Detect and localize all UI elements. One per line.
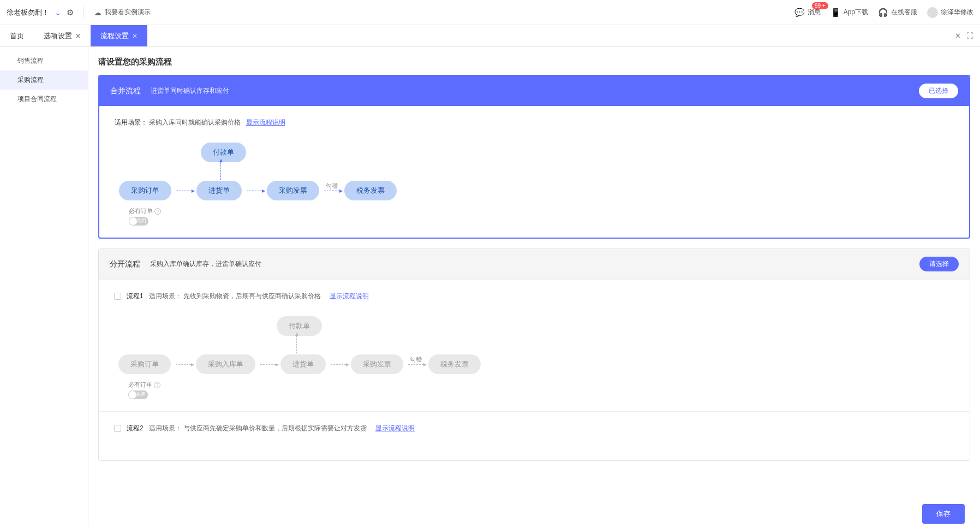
app-download-button[interactable]: 📱 App下载 [830,8,868,17]
headset-icon: 🎧 [878,8,888,17]
messages-button[interactable]: 💬 消息 99 + [794,8,821,17]
scenario-label: 适用场景： [149,424,182,432]
flow-body-merged: 适用场景： 采购入库同时就能确认采购价格 显示流程说明 付款单 [99,106,969,238]
node-order: 采购订单 [119,181,171,200]
org-name[interactable]: 徐老板勿删！ [7,8,49,17]
show-explain-link[interactable]: 显示流程说明 [375,424,415,433]
toggle-switch[interactable]: 关闭 [129,217,148,226]
sub-flow-head: 流程1 适用场景： 先收到采购物资，后期再与供应商确认采购价格 显示流程说明 [114,292,954,301]
toggle-switch[interactable]: 关闭 [128,390,148,399]
sub-scenario: 适用场景： 先收到采购物资，后期再与供应商确认采购价格 [149,292,321,301]
toggle-label-text: 必有订单 [128,381,152,389]
flow-diagram-merged: 付款单 采购订单 进货单 采购发票 勾稽 税务发票 [115,143,954,226]
flow-subtitle: 采购入库单确认库存，进货单确认应付 [150,259,261,269]
cloud-icon: ☁ [94,8,101,17]
toggle-state: 关闭 [136,217,146,224]
arrow-icon: 勾稽 [403,364,428,365]
node-row: 采购订单 采购入库单 进货单 采购发票 勾稽 税务发票 [118,354,954,374]
arrow-icon [242,191,267,191]
flow-title: 合并流程 [110,86,141,96]
tabbar-right: ✕ ⛶ [955,25,980,46]
scenario-text: 先收到采购物资，后期再与供应商确认采购价格 [183,292,321,300]
sidebar: 销售流程 采购流程 项目合同流程 [0,47,88,527]
sidebar-item-purchase[interactable]: 采购流程 [0,70,88,90]
messages-label: 消息 [808,8,821,17]
arrow-up-icon [220,162,221,180]
arrow-label: 勾稽 [410,356,422,364]
toggle-label-text: 必有订单 [129,207,153,215]
close-all-icon[interactable]: ✕ [955,32,961,40]
divider [83,7,84,19]
main-content: 请设置您的采购流程 合并流程 进货单同时确认库存和应付 已选择 适用场景： 采购… [88,47,980,527]
toggle-state: 关闭 [136,391,146,398]
tab-home[interactable]: 首页 [0,25,34,46]
node-tax: 税务发票 [344,181,397,200]
user-name-label: 徐泽华修改 [941,8,973,17]
sidebar-item-sales[interactable]: 销售流程 [0,51,88,70]
demo-link[interactable]: ☁ 我要看实例演示 [94,8,151,17]
checkbox[interactable] [114,293,121,300]
arrow-icon: 勾稽 [319,191,344,191]
scenario-label: 适用场景： [115,119,147,126]
flow-subtitle: 进货单同时确认库存和应付 [151,86,229,96]
topbar-left: 徐老板勿删！ ⌄ ⚙ ☁ 我要看实例演示 [7,7,151,19]
scenario-label: 适用场景： [149,292,182,300]
page-body: 销售流程 采购流程 项目合同流程 请设置您的采购流程 合并流程 进货单同时确认库… [0,47,980,527]
help-icon[interactable]: ? [154,382,160,388]
arrow-icon [326,364,351,365]
toggle-label: 必有订单 ? [129,207,954,215]
messages-badge: 99 + [812,2,828,9]
flow-card-merged: 合并流程 进货单同时确认库存和应付 已选择 适用场景： 采购入库同时就能确认采购… [98,75,970,239]
arrow-icon [255,364,280,365]
node-row: 采购订单 进货单 采购发票 勾稽 税务发票 [119,181,954,200]
expand-icon[interactable]: ⛶ [966,32,973,40]
help-icon[interactable]: ? [154,208,161,215]
toggle-label: 必有订单 ? [128,381,954,389]
node-receipt: 进货单 [280,354,326,374]
flow-title: 分开流程 [110,259,140,269]
flow-select-button[interactable]: 请选择 [919,257,959,271]
chevron-down-icon[interactable]: ⌄ [55,8,61,17]
sub-flow-name: 流程2 [127,424,144,433]
node-tax: 税务发票 [428,354,481,374]
toggle-block: 必有订单 ? 关闭 [129,207,954,226]
close-icon[interactable]: ✕ [75,32,81,40]
tab-home-label: 首页 [10,31,24,41]
arrow-icon [171,191,196,191]
tab-options[interactable]: 选项设置 ✕ [34,25,91,46]
online-service-button[interactable]: 🎧 在线客服 [878,8,917,17]
sidebar-item-project[interactable]: 项目合同流程 [0,90,88,109]
flow-header-separate: 分开流程 采购入库单确认库存，进货单确认应付 请选择 [99,249,970,279]
tabbar: 首页 选项设置 ✕ 流程设置 ✕ ✕ ⛶ [0,25,980,47]
show-explain-link[interactable]: 显示流程说明 [330,292,369,301]
node-order: 采购订单 [118,354,171,374]
node-invoice: 采购发票 [267,181,319,200]
app-download-label: App下载 [844,8,868,17]
scenario-row: 适用场景： 采购入库同时就能确认采购价格 显示流程说明 [115,118,954,127]
node-inbound: 采购入库单 [196,354,255,374]
scenario-text: 采购入库同时就能确认采购价格 [149,119,241,126]
gear-icon[interactable]: ⚙ [67,8,74,17]
sub-flow-1: 流程1 适用场景： 先收到采购物资，后期再与供应商确认采购价格 显示流程说明 付… [99,279,970,411]
avatar-icon [927,7,938,18]
toggle-block: 必有订单 ? 关闭 [128,381,954,399]
sub-scenario: 适用场景： 与供应商先确定采购单价和数量，后期根据实际需要让对方发货 [149,424,367,433]
node-receipt: 进货单 [196,181,242,200]
user-menu[interactable]: 徐泽华修改 [927,7,973,18]
flow-diagram-sub1: 付款单 采购订单 采购入库单 进货单 采购发票 勾 [114,316,954,399]
show-explain-link[interactable]: 显示流程说明 [246,119,285,126]
node-invoice: 采购发票 [351,354,403,374]
scenario-text: 与供应商先确定采购单价和数量，后期根据实际需要让对方发货 [183,424,367,432]
page-title: 请设置您的采购流程 [98,57,970,67]
arrow-up-icon [296,336,297,353]
phone-icon: 📱 [830,8,841,17]
save-button[interactable]: 保存 [922,504,965,524]
tab-process[interactable]: 流程设置 ✕ [91,25,147,46]
close-icon[interactable]: ✕ [132,32,138,40]
sub-flow-2: 流程2 适用场景： 与供应商先确定采购单价和数量，后期根据实际需要让对方发货 显… [99,411,970,460]
node-payment: 付款单 [277,316,322,336]
checkbox[interactable] [114,425,121,432]
sub-flow-name: 流程1 [127,292,144,301]
arrow-label: 勾稽 [326,182,338,190]
flow-selected-button[interactable]: 已选择 [919,84,958,98]
